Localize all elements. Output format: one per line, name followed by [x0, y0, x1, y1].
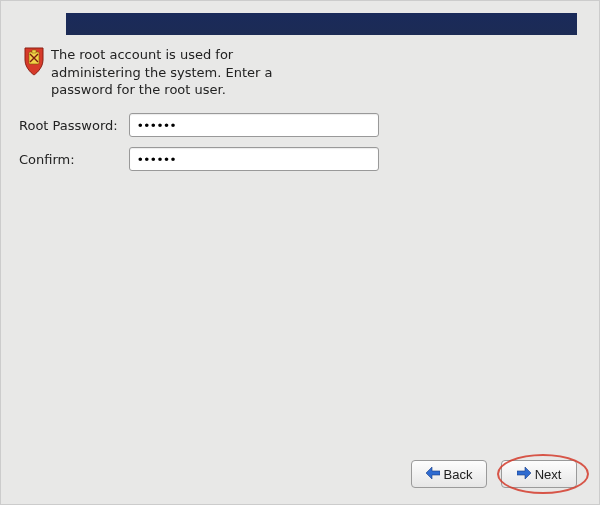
- root-password-row: Root Password:: [19, 113, 379, 137]
- root-password-form: Root Password: Confirm:: [19, 113, 379, 181]
- back-button[interactable]: Back: [411, 460, 487, 488]
- next-button[interactable]: Next: [501, 460, 577, 488]
- confirm-label: Confirm:: [19, 152, 129, 167]
- next-button-label: Next: [535, 467, 562, 482]
- footer-buttons: Back Next: [411, 460, 577, 488]
- root-password-label: Root Password:: [19, 118, 129, 133]
- confirm-row: Confirm:: [19, 147, 379, 171]
- intro-row: The root account is used for administeri…: [23, 46, 301, 99]
- arrow-left-icon: [426, 467, 440, 482]
- header-bar: [66, 13, 577, 35]
- back-button-label: Back: [444, 467, 473, 482]
- arrow-right-icon: [517, 467, 531, 482]
- shield-icon: [23, 47, 45, 77]
- intro-text: The root account is used for administeri…: [51, 46, 301, 99]
- confirm-input[interactable]: [129, 147, 379, 171]
- root-password-input[interactable]: [129, 113, 379, 137]
